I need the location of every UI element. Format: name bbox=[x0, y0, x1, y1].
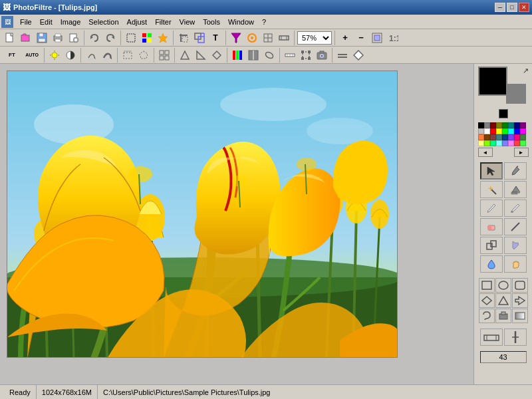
arrow-shape-tool[interactable] bbox=[512, 293, 528, 308]
zoom-out-button[interactable]: − bbox=[354, 31, 368, 45]
hand-tool[interactable] bbox=[504, 255, 527, 273]
swap-colors-icon[interactable]: ↗ bbox=[523, 66, 529, 75]
palette-color-cell[interactable] bbox=[514, 128, 520, 134]
effects-button[interactable] bbox=[156, 31, 170, 45]
vertical-text-tool[interactable] bbox=[504, 329, 527, 346]
text-tool-button[interactable]: T bbox=[208, 31, 223, 45]
menu-view[interactable]: View bbox=[176, 17, 200, 27]
print2-button[interactable] bbox=[66, 31, 81, 45]
triangle-shape-tool[interactable] bbox=[495, 293, 511, 308]
filter3-button[interactable] bbox=[261, 31, 275, 45]
crop-button[interactable] bbox=[176, 31, 191, 45]
palette-color-cell[interactable] bbox=[496, 134, 502, 140]
lasso-shape-tool[interactable] bbox=[479, 309, 495, 323]
palette-color-cell[interactable] bbox=[514, 134, 520, 140]
palette-color-cell[interactable] bbox=[514, 122, 520, 128]
clone-tool[interactable] bbox=[480, 237, 503, 254]
palette-color-cell[interactable] bbox=[484, 140, 490, 146]
palette-color-cell[interactable] bbox=[478, 140, 484, 146]
stamp-shape-tool[interactable] bbox=[495, 309, 511, 323]
actual-size-button[interactable]: 1:1 bbox=[386, 31, 400, 45]
options-button[interactable] bbox=[351, 48, 366, 63]
palette-color-cell[interactable] bbox=[508, 122, 514, 128]
line-tool[interactable] bbox=[504, 218, 527, 235]
auto-button[interactable]: AUTO bbox=[23, 48, 41, 63]
color-balance-button[interactable] bbox=[230, 48, 245, 63]
menu-image[interactable]: Image bbox=[57, 17, 85, 27]
palette-color-cell[interactable] bbox=[508, 128, 514, 134]
palette-color-cell[interactable] bbox=[520, 140, 526, 146]
palette-color-cell[interactable] bbox=[514, 140, 520, 146]
background-color[interactable] bbox=[506, 84, 526, 104]
titlebar-controls[interactable]: ─ □ ✕ bbox=[495, 3, 529, 12]
menu-help[interactable]: ? bbox=[258, 17, 270, 27]
print-button[interactable] bbox=[51, 31, 65, 45]
save-button[interactable] bbox=[35, 31, 49, 45]
palette-color-cell[interactable] bbox=[490, 140, 496, 146]
rect-select-button[interactable] bbox=[120, 48, 135, 63]
eraser-tool[interactable] bbox=[480, 218, 503, 235]
gradient-shape-tool[interactable] bbox=[512, 309, 528, 323]
droplet-tool[interactable] bbox=[480, 255, 503, 273]
smudge-tool[interactable] bbox=[504, 237, 527, 254]
menu-adjust[interactable]: Adjust bbox=[123, 17, 152, 27]
menu-filter[interactable]: Filter bbox=[151, 17, 175, 27]
palette-color-cell[interactable] bbox=[484, 134, 490, 140]
palette-color-cell[interactable] bbox=[496, 128, 502, 134]
grid-button[interactable] bbox=[157, 48, 172, 63]
opacity-button[interactable] bbox=[178, 48, 192, 63]
palette-prev-button[interactable]: ◄ bbox=[478, 148, 493, 157]
palette-color-cell[interactable] bbox=[520, 128, 526, 134]
pointer-tool[interactable] bbox=[480, 162, 503, 180]
palette-color-cell[interactable] bbox=[496, 122, 502, 128]
brush-size-large[interactable] bbox=[100, 48, 114, 63]
horizontal-text-tool[interactable] bbox=[480, 329, 503, 346]
menu-selection[interactable]: Selection bbox=[84, 17, 122, 27]
open-button[interactable] bbox=[19, 31, 33, 45]
new-button[interactable] bbox=[3, 31, 17, 45]
auto-select-button[interactable]: FT bbox=[3, 48, 21, 63]
palette-color-cell[interactable] bbox=[520, 134, 526, 140]
palette-color-cell[interactable] bbox=[502, 122, 508, 128]
eyedropper-tool[interactable] bbox=[504, 162, 527, 180]
pencil-tool[interactable] bbox=[480, 200, 503, 217]
diamond-shape-tool[interactable] bbox=[479, 293, 495, 308]
palette-color-cell[interactable] bbox=[502, 134, 508, 140]
palette-color-cell[interactable] bbox=[478, 128, 484, 134]
palette-color-cell[interactable] bbox=[508, 134, 514, 140]
grayscale-button[interactable] bbox=[246, 48, 261, 63]
select2-button[interactable] bbox=[299, 48, 313, 63]
filter4-button[interactable] bbox=[277, 31, 291, 45]
palette-color-cell[interactable] bbox=[484, 122, 490, 128]
magic-wand-tool[interactable] bbox=[480, 181, 503, 198]
app-menu-icon[interactable]: 🖼 bbox=[1, 16, 13, 28]
close-button[interactable]: ✕ bbox=[519, 3, 529, 12]
filter2-button[interactable] bbox=[245, 31, 259, 45]
fit-window-button[interactable] bbox=[370, 31, 384, 45]
toolbar-more[interactable] bbox=[335, 48, 350, 63]
menu-window[interactable]: Window bbox=[224, 17, 258, 27]
palette-color-cell[interactable] bbox=[496, 140, 502, 146]
roundrect-shape-tool[interactable] bbox=[512, 278, 528, 293]
select-rect-button[interactable] bbox=[124, 31, 138, 45]
palette-color-cell[interactable] bbox=[484, 128, 490, 134]
poly-select-button[interactable] bbox=[136, 48, 151, 63]
filter1-button[interactable] bbox=[229, 31, 243, 45]
palette-color-cell[interactable] bbox=[490, 122, 496, 128]
brush-tool[interactable] bbox=[504, 200, 527, 217]
ellipse-shape-tool[interactable] bbox=[495, 278, 511, 293]
palette-color-cell[interactable] bbox=[490, 128, 496, 134]
palette-color-cell[interactable] bbox=[508, 140, 514, 146]
palette-color-cell[interactable] bbox=[520, 122, 526, 128]
camera-button[interactable] bbox=[315, 48, 329, 63]
menu-tools[interactable]: Tools bbox=[199, 17, 224, 27]
redo-button[interactable] bbox=[103, 31, 118, 45]
rect-shape-tool[interactable] bbox=[479, 278, 495, 293]
foreground-color[interactable] bbox=[478, 66, 507, 96]
maximize-button[interactable]: □ bbox=[507, 3, 517, 12]
brush-size-small[interactable] bbox=[84, 48, 98, 63]
menu-file[interactable]: File bbox=[16, 17, 36, 27]
menu-edit[interactable]: Edit bbox=[36, 17, 57, 27]
undo-button[interactable] bbox=[87, 31, 102, 45]
contrast-button[interactable] bbox=[63, 48, 78, 63]
